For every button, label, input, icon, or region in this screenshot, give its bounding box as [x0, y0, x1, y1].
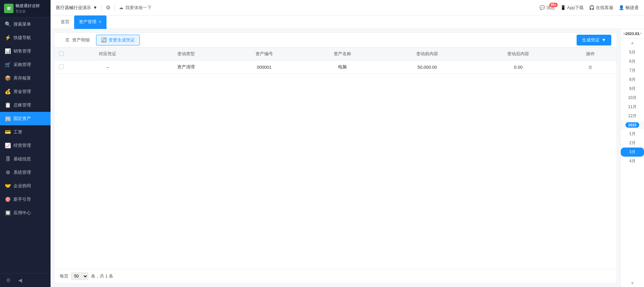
sidebar-item-management-label: 经营管理	[13, 142, 31, 149]
period-expand-btn[interactable]: ⤢	[638, 31, 642, 36]
online-service-button[interactable]: 🎧 在线客服	[589, 5, 613, 11]
sidebar-item-salary-label: 工资	[13, 129, 22, 135]
inventory-icon: 📦	[5, 75, 11, 81]
sidebar-item-search[interactable]: 🔍 搜索菜单	[0, 18, 51, 31]
main-area: 医疗器械行业演示 ▼ ⚙ ☁ 我要体验一下 💬 消息 99+ 📱 App下载 🎧…	[51, 0, 644, 287]
period-month-4[interactable]: 4月	[621, 157, 644, 166]
guide-icon: 🎯	[5, 196, 11, 202]
period-month-3-current[interactable]: 3月	[621, 148, 644, 157]
period-month-9[interactable]: 9月	[621, 84, 644, 93]
sidebar-item-sales[interactable]: 📊 销售管理	[0, 44, 51, 58]
period-nav-up[interactable]: ▲	[621, 39, 644, 46]
quicknav-icon: ⚡	[5, 35, 11, 41]
voucher-icon: 🔄	[101, 37, 106, 43]
sidebar-item-inventory[interactable]: 📦 库存核算	[0, 71, 51, 85]
subtab-asset-detail[interactable]: ☰ 资产明细	[60, 35, 95, 45]
cell-asset-code: 000001	[225, 61, 303, 74]
period-month-6[interactable]: 6月	[621, 57, 644, 66]
gear-button[interactable]: ⚙	[106, 4, 111, 11]
topbar-divider2	[115, 4, 115, 11]
topbar-divider1	[101, 4, 102, 11]
select-all-checkbox[interactable]	[59, 51, 64, 56]
col-change-type: 变动类型	[147, 47, 225, 61]
sidebar-item-ledger-label: 总账管理	[13, 102, 31, 108]
sidebar-item-fixed-assets[interactable]: 🏢 固定资产	[0, 112, 51, 125]
topbar: 医疗器械行业演示 ▼ ⚙ ☁ 我要体验一下 💬 消息 99+ 📱 App下载 🎧…	[51, 0, 644, 15]
sidebar-item-appcenter[interactable]: 🔲 应用中心	[0, 206, 51, 220]
company-selector[interactable]: 医疗器械行业演示 ▼	[56, 5, 97, 11]
app-download-button[interactable]: 📱 App下载	[560, 5, 584, 11]
period-year-2023[interactable]: 2023	[621, 121, 644, 129]
experience-link[interactable]: ☁ 我要体验一下	[119, 5, 152, 11]
sidebar-item-funds-label: 资金管理	[13, 89, 31, 95]
sidebar-item-management[interactable]: 📈 经营管理	[0, 139, 51, 152]
sidebar-item-salary[interactable]: 💳 工资	[0, 125, 51, 139]
cell-voucher: --	[68, 61, 147, 74]
subtab-generate-voucher[interactable]: 🔄 变更生成凭证	[96, 35, 140, 45]
sales-icon: 📊	[5, 48, 11, 54]
sidebar-item-basic-info-label: 基础信息	[13, 156, 31, 162]
subtab-asset-detail-label: 资产明细	[72, 37, 90, 43]
sidebar-item-collab[interactable]: 🤝 企业协同	[0, 179, 51, 193]
cell-change-type: 资产清理	[147, 61, 225, 74]
tab-home-label: 首页	[61, 19, 69, 25]
message-badge: 99+	[549, 3, 558, 7]
delete-icon[interactable]: 🗑	[588, 65, 592, 70]
period-month-12[interactable]: 12月	[621, 111, 644, 121]
basic-info-icon: 🗄	[5, 156, 11, 162]
cell-before-content: 50,000.00	[382, 61, 473, 74]
tab-asset-management[interactable]: 资产管理 ✕	[74, 15, 106, 29]
sidebar-item-funds[interactable]: 💰 资金管理	[0, 85, 51, 98]
table-header-checkbox[interactable]	[54, 47, 68, 61]
generate-btn-label: 生成凭证	[582, 37, 600, 43]
period-month-5[interactable]: 5月	[621, 48, 644, 57]
sidebar-item-purchase-label: 采购管理	[13, 62, 31, 68]
period-nav-down[interactable]: ▼	[621, 279, 644, 287]
company-dropdown-icon: ▼	[93, 5, 97, 10]
cell-operation[interactable]: 🗑	[564, 61, 617, 74]
sidebar-bottom: ⚙ ◀	[0, 273, 51, 287]
sidebar-item-ledger[interactable]: 📋 总账管理	[0, 98, 51, 112]
sidebar-item-purchase[interactable]: 🛒 采购管理	[0, 58, 51, 71]
cell-asset-name: 电脑	[303, 61, 381, 74]
period-close-btn[interactable]: ✕	[623, 31, 626, 36]
col-before-content: 变动前内容	[382, 47, 473, 61]
period-month-11[interactable]: 11月	[621, 102, 644, 111]
sidebar-item-appcenter-label: 应用中心	[13, 210, 31, 216]
period-month-10[interactable]: 10月	[621, 93, 644, 102]
sidebar-logo: 财 畅捷通好业财 普及版	[0, 0, 51, 18]
detail-icon: ☰	[65, 37, 70, 43]
period-month-1[interactable]: 1月	[621, 129, 644, 138]
sidebar-item-system[interactable]: ⚙ 系统管理	[0, 166, 51, 179]
sidebar-item-guide[interactable]: 🎯 新手引导	[0, 193, 51, 206]
service-icon: 🎧	[589, 5, 594, 10]
col-asset-code: 资产编号	[225, 47, 303, 61]
subtabs: ☰ 资产明细 🔄 变更生成凭证 生成凭证 ▼	[54, 33, 617, 47]
col-after-content: 变动后内容	[473, 47, 564, 61]
sidebar-item-quicknav[interactable]: ⚡ 快捷导航	[0, 31, 51, 44]
period-month-2[interactable]: 2月	[621, 138, 644, 148]
collapse-icon[interactable]: ◀	[17, 277, 24, 284]
messages-button[interactable]: 💬 消息 99+	[540, 5, 555, 11]
sidebar-item-sales-label: 销售管理	[13, 48, 31, 54]
generate-voucher-button[interactable]: 生成凭证 ▼	[577, 35, 611, 45]
appcenter-icon: 🔲	[5, 210, 11, 216]
period-month-7[interactable]: 7月	[621, 66, 644, 75]
row-checkbox-cell[interactable]	[54, 61, 68, 74]
period-title: 2023.03	[626, 32, 639, 36]
collab-icon: 🤝	[5, 183, 11, 189]
sidebar-item-basic-info[interactable]: 🗄 基础信息	[0, 152, 51, 166]
settings-bottom-icon[interactable]: ⚙	[5, 277, 11, 284]
tab-home[interactable]: 首页	[56, 15, 74, 29]
sidebar-item-fixed-assets-label: 固定资产	[13, 116, 31, 122]
period-month-8[interactable]: 8月	[621, 75, 644, 84]
user-avatar[interactable]: 👤 畅捷通	[619, 5, 639, 11]
message-icon: 💬	[540, 5, 545, 10]
period-list: 5月 6月 7月 8月 9月 10月 11月 12月 2023 1月 2月 3月…	[621, 46, 644, 279]
tab-close-icon[interactable]: ✕	[98, 20, 102, 24]
page-size-select[interactable]: 50 10 20 100	[71, 273, 88, 280]
total-label: 条，共 1 条	[91, 273, 113, 279]
app-download-label: App下载	[567, 5, 584, 11]
cell-after-content: 0.00	[473, 61, 564, 74]
row-checkbox[interactable]	[59, 64, 64, 69]
